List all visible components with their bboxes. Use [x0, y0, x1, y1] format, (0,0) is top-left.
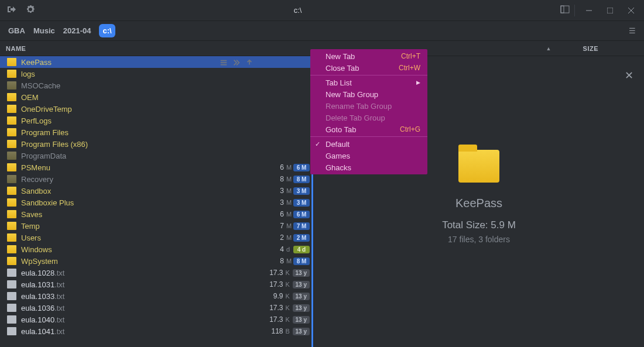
folder-row[interactable]: Windows4d4 d — [0, 243, 313, 255]
folder-row[interactable]: Program Files — [0, 126, 313, 138]
menu-item-new-tab[interactable]: New TabCtrl+T — [310, 50, 427, 62]
file-name: Temp — [21, 222, 250, 231]
preview-meta: 17 files, 3 folders — [448, 235, 510, 244]
file-size: 8 — [250, 257, 286, 265]
window-title: c:\ — [35, 6, 560, 15]
folder-row[interactable]: OEM — [0, 91, 313, 103]
file-row[interactable]: eula.1031.txt17.3K13 y — [0, 279, 313, 290]
folder-row[interactable]: ProgramData — [0, 150, 313, 162]
folder-row[interactable]: Program Files (x86) — [0, 138, 313, 150]
age-badge: 6 M — [293, 211, 310, 218]
file-size: 6 — [250, 163, 286, 171]
file-name: eula.1028.txt — [21, 269, 249, 277]
sort-asc-icon[interactable]: ▲ — [546, 46, 551, 51]
file-row[interactable]: eula.1033.txt9.9K13 y — [0, 290, 313, 302]
file-size-unit: M — [286, 176, 293, 183]
folder-row[interactable]: logs — [0, 68, 313, 80]
file-name: MSOCache — [21, 81, 250, 90]
menu-item-rename-tab-group: Rename Tab Group — [310, 100, 427, 112]
file-name: eula.1033.txt — [21, 292, 249, 301]
panel-toggle-icon[interactable] — [560, 5, 570, 16]
tab-c-[interactable]: c:\ — [99, 24, 115, 37]
tab-menu-icon[interactable]: ☰ — [629, 26, 636, 35]
menu-item-ghacks[interactable]: Ghacks — [310, 162, 427, 173]
menu-item-tab-list[interactable]: Tab List▶ — [310, 77, 427, 88]
folder-icon — [7, 116, 16, 125]
file-name: eula.1041.txt — [21, 327, 249, 336]
exit-icon[interactable] — [7, 5, 16, 16]
folder-icon — [7, 210, 16, 218]
file-name: OneDriveTemp — [21, 105, 250, 114]
folder-row[interactable]: Recovery8M8 M — [0, 173, 313, 185]
menu-item-new-tab-group[interactable]: New Tab Group — [310, 88, 427, 100]
folder-icon — [7, 163, 16, 171]
folder-icon — [7, 140, 16, 148]
preview-close-button[interactable]: ✕ — [625, 69, 633, 82]
age-badge: 13 y — [293, 328, 310, 335]
folder-row[interactable]: KeePass — [0, 56, 313, 68]
menu-item-default[interactable]: ✓Default — [310, 138, 427, 150]
folder-icon — [7, 105, 16, 113]
column-name-header[interactable]: NAME — [6, 45, 26, 52]
file-size: 17.3 — [249, 280, 286, 288]
gear-icon[interactable] — [26, 5, 35, 16]
folder-row[interactable]: Sandbox3M3 M — [0, 185, 313, 197]
breadcrumb-menu-icon[interactable] — [220, 59, 228, 68]
file-size-unit: K — [286, 316, 293, 323]
age-badge: 3 M — [293, 199, 310, 207]
tab-music[interactable]: Music — [33, 26, 55, 35]
folder-row[interactable]: PerfLogs — [0, 115, 313, 126]
file-row[interactable]: eula.1041.txt118B13 y — [0, 325, 313, 337]
file-size: 9.9 — [249, 292, 286, 300]
breadcrumb-up-icon[interactable] — [245, 59, 254, 68]
folder-row[interactable]: Saves6M6 M — [0, 208, 313, 220]
folder-icon — [7, 152, 16, 160]
age-badge: 4 d — [293, 246, 310, 253]
age-badge: 13 y — [293, 316, 310, 324]
file-icon — [7, 280, 16, 288]
file-size: 118 — [249, 327, 286, 335]
file-name: logs — [21, 70, 250, 78]
file-name: PSMenu — [21, 163, 250, 172]
preview-name: KeePass — [455, 197, 502, 210]
folder-row[interactable]: Temp7M7 M — [0, 220, 313, 232]
age-badge: 13 y — [293, 269, 310, 277]
file-row[interactable]: eula.1036.txt17.3K13 y — [0, 302, 313, 314]
file-size: 3 — [250, 198, 286, 207]
folder-row[interactable]: MSOCache — [0, 80, 313, 91]
menu-item-delete-tab-group: Delete Tab Group — [310, 112, 427, 123]
folder-icon — [7, 128, 16, 136]
file-name: WpSystem — [21, 257, 250, 266]
file-size: 3 — [250, 187, 286, 195]
column-size-header[interactable]: SIZE — [566, 45, 604, 52]
menu-item-close-tab[interactable]: Close TabCtrl+W — [310, 62, 427, 74]
tab-2021-04[interactable]: 2021-04 — [63, 26, 91, 35]
folder-icon — [7, 245, 16, 253]
preview-size: Total Size: 5.9 M — [442, 219, 516, 231]
file-row[interactable]: eula.1040.txt17.3K13 y — [0, 314, 313, 325]
maximize-button[interactable] — [601, 2, 619, 19]
folder-row[interactable]: Users2M2 M — [0, 232, 313, 243]
file-row[interactable]: eula.1028.txt17.3K13 y — [0, 267, 313, 279]
file-icon — [7, 315, 16, 324]
file-name: Program Files — [21, 128, 250, 137]
breadcrumb-expand-icon[interactable] — [232, 59, 241, 68]
file-size-unit: K — [286, 293, 293, 300]
age-badge: 13 y — [293, 293, 310, 300]
tab-gba[interactable]: GBA — [8, 26, 25, 35]
svg-rect-1 — [561, 6, 564, 13]
file-size-unit: B — [286, 328, 293, 335]
menu-item-goto-tab[interactable]: Goto TabCtrl+G — [310, 123, 427, 135]
file-icon — [7, 327, 16, 335]
folder-row[interactable]: WpSystem8M8 M — [0, 255, 313, 267]
menu-item-games[interactable]: Games — [310, 150, 427, 162]
folder-icon — [7, 233, 16, 242]
minimize-button[interactable] — [580, 2, 598, 19]
folder-row[interactable]: OneDriveTemp — [0, 103, 313, 115]
close-button[interactable] — [622, 2, 640, 19]
folder-icon — [7, 93, 16, 101]
tab-bar: GBAMusic2021-04c:\☰ — [0, 21, 644, 41]
folder-row[interactable]: Sandboxie Plus3M3 M — [0, 197, 313, 208]
folder-row[interactable]: PSMenu6M6 M — [0, 162, 313, 173]
file-size-unit: M — [286, 234, 293, 241]
